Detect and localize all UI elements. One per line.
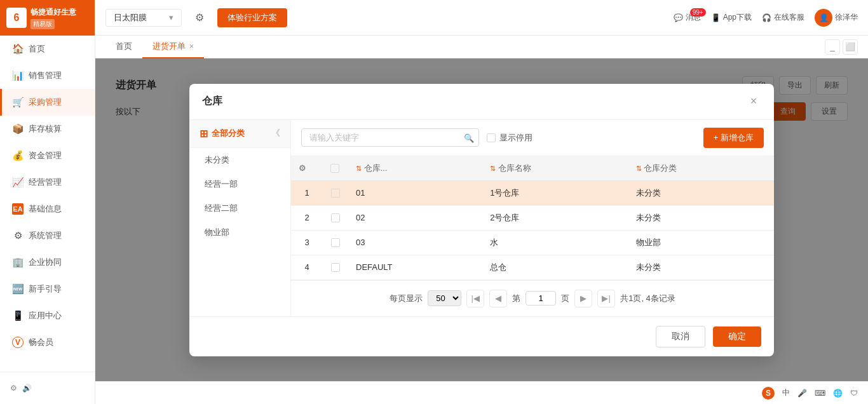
avatar: 👤 xyxy=(815,9,832,27)
company-selector[interactable]: 日太阳膜 ▾ xyxy=(105,9,182,27)
statusbar-keyboard[interactable]: ⌨ xyxy=(815,389,825,398)
statusbar-mic[interactable]: 🎤 xyxy=(797,389,807,398)
modal-overlay[interactable]: 仓库 × ⊞ 全部分类 《 xyxy=(95,58,868,381)
row-checkbox[interactable] xyxy=(323,255,348,279)
row-checkbox[interactable] xyxy=(323,230,348,255)
sidebar-settings[interactable]: ⚙ 🔊 xyxy=(0,377,95,399)
row-name: 2号仓库 xyxy=(482,205,628,230)
row-settings[interactable]: 4 xyxy=(291,255,323,279)
appcenter-icon: 📱 xyxy=(12,310,24,321)
search-icon[interactable]: 🔍 xyxy=(464,133,474,142)
sort-icon: ⇅ xyxy=(490,165,496,172)
last-page-button[interactable]: ▶| xyxy=(597,290,615,307)
per-page-label: 每页显示 xyxy=(390,293,423,304)
sidebar-item-sales[interactable]: 📊 销售管理 xyxy=(0,62,95,89)
modal-body: ⊞ 全部分类 《 未分类 经营一部 经营二部 xyxy=(189,120,774,316)
show-disabled-wrap: 显示停用 xyxy=(487,132,532,144)
first-page-button[interactable]: |◀ xyxy=(466,290,484,307)
table-scroll: ⚙ ⇅ 仓库... xyxy=(291,156,774,280)
search-input[interactable] xyxy=(301,128,479,147)
sidebar-sound-icon: 🔊 xyxy=(22,384,32,393)
sidebar-item-appcenter[interactable]: 📱 应用中心 xyxy=(0,302,95,329)
next-page-button[interactable]: ▶ xyxy=(574,290,592,307)
sidebar-item-basic[interactable]: EA 基础信息 xyxy=(0,196,95,222)
row-code: 03 xyxy=(348,230,482,255)
table-row[interactable]: 3 03 水 物业部 xyxy=(291,230,774,255)
row-settings[interactable]: 2 xyxy=(291,205,323,230)
finance-icon: 💰 xyxy=(12,150,24,161)
guide-icon: 🆕 xyxy=(12,283,24,295)
statusbar-s-icon[interactable]: S xyxy=(762,387,775,400)
category-item-0[interactable]: 未分类 xyxy=(189,148,290,172)
app-download-button[interactable]: 📱 App下载 xyxy=(711,12,752,23)
table-row[interactable]: 2 02 2号仓库 未分类 xyxy=(291,205,774,230)
company-name: 日太阳膜 xyxy=(114,12,147,24)
user-profile[interactable]: 👤 徐泽华 xyxy=(815,9,858,27)
sidebar-item-system[interactable]: ⚙ 系统管理 xyxy=(0,222,95,249)
per-page-select[interactable]: 50 xyxy=(428,290,461,306)
home-icon: 🏠 xyxy=(12,43,24,55)
confirm-button[interactable]: 确定 xyxy=(713,327,761,347)
sidebar-item-label: 畅会员 xyxy=(29,337,53,348)
page-input[interactable] xyxy=(526,291,556,306)
category-item-1[interactable]: 经营一部 xyxy=(189,172,290,196)
operations-icon: 📈 xyxy=(12,177,24,188)
breadcrumb-minimize[interactable]: _ xyxy=(825,39,840,55)
col-header-code: ⇅ 仓库... xyxy=(348,156,482,181)
member-icon: V xyxy=(12,337,24,348)
system-icon: ⚙ xyxy=(12,230,24,241)
message-button[interactable]: 💬 99+ 消息 xyxy=(674,12,701,23)
breadcrumb-tab-home[interactable]: 首页 xyxy=(105,36,142,58)
breadcrumb-maximize[interactable]: ⬜ xyxy=(843,39,858,55)
add-warehouse-button[interactable]: + 新增仓库 xyxy=(703,128,764,148)
category-item-2[interactable]: 经营二部 xyxy=(189,196,290,220)
app-icon: 📱 xyxy=(711,13,721,22)
statusbar-shield[interactable]: 🛡 xyxy=(850,389,858,398)
warehouse-table: ⚙ ⇅ 仓库... xyxy=(291,156,774,280)
row-checkbox[interactable] xyxy=(323,205,348,230)
collapse-icon[interactable]: 《 xyxy=(271,128,280,139)
row-checkbox[interactable] xyxy=(323,180,348,205)
table-row[interactable]: 1 01 1号仓库 未分类 xyxy=(291,180,774,205)
sidebar-logo: 6 畅捷通好生意 精易版 xyxy=(0,0,95,36)
sidebar-item-operations[interactable]: 📈 经营管理 xyxy=(0,169,95,196)
statusbar-zh[interactable]: 中 xyxy=(782,387,790,398)
modal-title: 仓库 xyxy=(202,95,222,108)
breadcrumb-tab-purchase[interactable]: 进货开单 × xyxy=(142,36,204,58)
table-row[interactable]: 4 DEFAULT 总仓 未分类 xyxy=(291,255,774,279)
search-wrap: 🔍 xyxy=(301,128,479,147)
col-header-checkbox xyxy=(323,156,348,181)
table-area: 🔍 显示停用 + 新增仓库 xyxy=(291,120,774,316)
statusbar-translate[interactable]: 🌐 xyxy=(833,389,843,398)
trial-button[interactable]: 体验行业方案 xyxy=(217,8,287,27)
sort-icon: ⇅ xyxy=(636,165,642,172)
cancel-button[interactable]: 取消 xyxy=(656,326,705,347)
sidebar-item-label: 资金管理 xyxy=(29,150,62,161)
gear-button[interactable]: ⚙ xyxy=(189,8,210,28)
s-logo: S xyxy=(762,387,775,400)
row-name: 总仓 xyxy=(482,255,628,279)
category-item-3[interactable]: 物业部 xyxy=(189,220,290,245)
row-category: 物业部 xyxy=(628,230,774,255)
sidebar-item-guide[interactable]: 🆕 新手引导 xyxy=(0,276,95,302)
grid-icon: ⊞ xyxy=(200,128,208,140)
sidebar-item-home[interactable]: 🏠 首页 xyxy=(0,36,95,62)
sidebar-item-member[interactable]: V 畅会员 xyxy=(0,329,95,356)
row-settings[interactable]: 1 xyxy=(291,180,323,205)
modal-close-button[interactable]: × xyxy=(746,94,761,109)
online-service-button[interactable]: 🎧 在线客服 xyxy=(762,12,804,23)
sidebar-item-finance[interactable]: 💰 资金管理 xyxy=(0,142,95,169)
sidebar-item-purchase[interactable]: 🛒 采购管理 xyxy=(0,89,95,116)
category-header: ⊞ 全部分类 《 xyxy=(189,120,290,148)
row-settings[interactable]: 3 xyxy=(291,230,323,255)
show-disabled-checkbox[interactable] xyxy=(487,133,496,142)
tab-close-icon[interactable]: × xyxy=(189,42,194,51)
online-service-label: 在线客服 xyxy=(774,12,804,23)
sidebar-item-inventory[interactable]: 📦 库存核算 xyxy=(0,116,95,142)
category-title: ⊞ 全部分类 xyxy=(200,128,245,140)
breadcrumb-actions: _ ⬜ xyxy=(825,39,858,55)
select-all-checkbox[interactable] xyxy=(330,164,339,173)
col-header-name: ⇅ 仓库名称 xyxy=(482,156,628,181)
prev-page-button[interactable]: ◀ xyxy=(489,290,507,307)
sidebar-item-enterprise[interactable]: 🏢 企业协同 xyxy=(0,249,95,276)
